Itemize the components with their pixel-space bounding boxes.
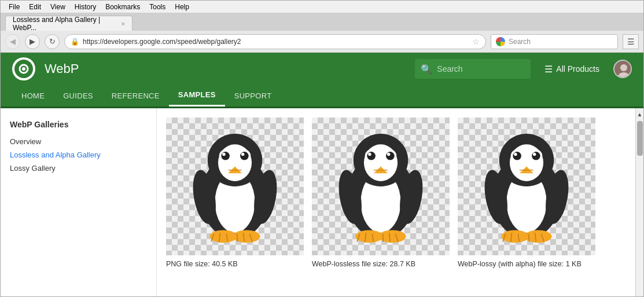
page-content: WebP 🔍 Search ☰ All Products HOME GUIDES	[1, 53, 643, 296]
menu-bookmarks[interactable]: Bookmarks	[101, 2, 145, 12]
all-products-button[interactable]: ☰ All Products	[540, 61, 604, 77]
svg-point-33	[367, 152, 376, 160]
gallery-caption-png: PNG file size: 40.5 KB	[166, 260, 304, 268]
forward-button[interactable]: ▶	[25, 34, 40, 49]
gallery-image-webp-lossless	[312, 118, 450, 255]
gallery-images: PNG file size: 40.5 KB	[166, 118, 626, 268]
scrollbar[interactable]: ▲	[635, 108, 643, 296]
gallery-item-png: PNG file size: 40.5 KB	[166, 118, 304, 268]
reload-button[interactable]: ↻	[45, 34, 60, 49]
menu-button[interactable]: ☰	[623, 34, 639, 49]
hamburger-icon: ☰	[544, 64, 553, 75]
webp-title: WebP	[45, 61, 406, 76]
svg-line-25	[237, 234, 238, 242]
tab-bar: Lossless and Alpha Gallery | WebP... ×	[1, 13, 643, 31]
svg-point-58	[532, 152, 540, 160]
nav-home[interactable]: HOME	[12, 85, 54, 107]
address-bar[interactable]: 🔒 https://developers.google.com/speed/we…	[64, 34, 486, 49]
svg-point-36	[386, 152, 395, 160]
menu-tools[interactable]: Tools	[145, 2, 170, 12]
svg-point-31	[364, 144, 398, 181]
main-layout: WebP Galleries Overview Lossless and Alp…	[1, 108, 643, 296]
sidebar: WebP Galleries Overview Lossless and Alp…	[1, 108, 157, 296]
sidebar-link-lossy[interactable]: Lossy Gallery	[10, 162, 147, 175]
gallery-item-webp-lossy: WebP-lossy (with alpha) file size: 1 KB	[458, 118, 595, 268]
menu-bar: File Edit View History Bookmarks Tools H…	[1, 1, 643, 13]
google-icon	[496, 37, 505, 46]
menu-view[interactable]: View	[46, 2, 70, 12]
svg-point-15	[241, 153, 244, 156]
star-icon[interactable]: ☆	[472, 37, 480, 46]
gallery-image-png	[166, 118, 304, 255]
browser-tab[interactable]: Lossless and Alpha Gallery | WebP... ×	[5, 16, 133, 31]
nav-samples[interactable]: SAMPLES	[169, 85, 225, 107]
close-tab-button[interactable]: ×	[122, 20, 125, 27]
svg-point-55	[513, 152, 521, 160]
gallery-area: PNG file size: 40.5 KB	[157, 108, 635, 296]
back-button[interactable]: ◀	[5, 34, 20, 49]
sidebar-link-overview[interactable]: Overview	[10, 135, 147, 148]
address-url: https://developers.google.com/speed/webp…	[83, 38, 241, 46]
gallery-image-webp-lossy	[458, 118, 595, 255]
scroll-thumb[interactable]	[637, 121, 643, 156]
svg-point-11	[221, 152, 230, 160]
search-placeholder: Search	[437, 64, 462, 74]
menu-history[interactable]: History	[70, 2, 101, 12]
search-label: Search	[509, 38, 531, 46]
browser-window: File Edit View History Bookmarks Tools H…	[0, 0, 644, 297]
user-avatar[interactable]	[613, 60, 632, 78]
search-icon: 🔍	[421, 64, 432, 75]
nav-bar: ◀ ▶ ↻ 🔒 https://developers.google.com/sp…	[1, 31, 643, 53]
menu-help[interactable]: Help	[170, 2, 194, 12]
tab-label: Lossless and Alpha Gallery | WebP...	[13, 16, 118, 32]
svg-point-2	[22, 67, 25, 71]
svg-point-9	[218, 144, 252, 181]
nav-reference[interactable]: REFERENCE	[102, 85, 169, 107]
nav-support[interactable]: SUPPORT	[225, 85, 281, 107]
nav-guides[interactable]: GUIDES	[54, 85, 102, 107]
gallery-caption-webp-lossless: WebP-lossless file size: 28.7 KB	[312, 260, 450, 268]
webp-header: WebP 🔍 Search ☰ All Products	[1, 53, 643, 85]
menu-edit[interactable]: Edit	[24, 2, 46, 12]
scroll-up-arrow[interactable]: ▲	[636, 109, 643, 119]
menu-file[interactable]: File	[4, 2, 24, 12]
webp-search-bar[interactable]: 🔍 Search	[415, 59, 531, 79]
svg-point-53	[510, 144, 543, 181]
webp-logo	[12, 57, 35, 80]
gallery-item-webp-lossless: WebP-lossless file size: 28.7 KB	[312, 118, 450, 268]
svg-point-4	[620, 64, 627, 71]
svg-line-69	[529, 234, 529, 242]
svg-point-34	[368, 153, 371, 156]
gallery-caption-webp-lossy: WebP-lossy (with alpha) file size: 1 KB	[458, 260, 595, 268]
sidebar-heading: WebP Galleries	[10, 120, 147, 129]
svg-point-59	[533, 153, 536, 156]
webp-navigation: HOME GUIDES REFERENCE SAMPLES SUPPORT	[1, 85, 643, 108]
browser-search-bar[interactable]: Search	[491, 34, 618, 49]
svg-point-14	[240, 152, 249, 160]
lock-icon: 🔒	[71, 38, 79, 46]
svg-point-37	[387, 153, 390, 156]
svg-line-47	[383, 234, 384, 242]
all-products-label: All Products	[556, 64, 599, 74]
sidebar-link-lossless[interactable]: Lossless and Alpha Gallery	[10, 148, 147, 162]
svg-point-12	[222, 153, 225, 156]
svg-point-56	[514, 153, 517, 156]
